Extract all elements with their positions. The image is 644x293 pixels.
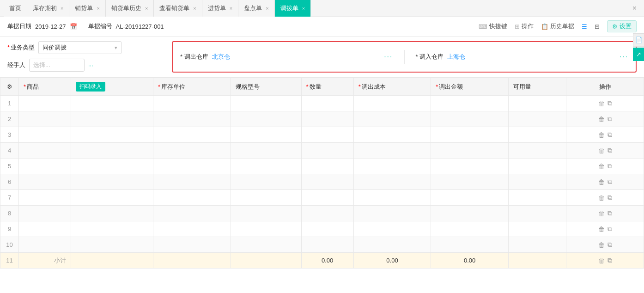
tab-purchase-order-close[interactable]: × (230, 6, 232, 11)
cell-scan-sub (71, 253, 153, 269)
out-warehouse-value[interactable]: 北京仓 (212, 53, 230, 61)
cell-action-2: 🗑 ⧉ (566, 111, 644, 127)
history-button[interactable]: 📋 历史单据 (541, 22, 574, 31)
delete-icon-10[interactable]: 🗑 (598, 241, 605, 249)
subtotal-label: 小计 (19, 253, 71, 269)
in-warehouse-more-icon[interactable]: ··· (620, 53, 628, 61)
cell-cost-4 (353, 143, 431, 159)
doc-date-label: 单据日期 (7, 22, 31, 31)
operations-button[interactable]: ⊞ 操作 (515, 22, 534, 31)
tab-bar: 首页 库存期初 × 销货单 × 销货单历史 × 查看销货单 × 进货单 × 盘点… (0, 0, 644, 17)
row-num-9: 9 (0, 221, 19, 237)
delete-icon-7[interactable]: 🗑 (598, 194, 605, 201)
tab-transfer[interactable]: 调拨单 × (275, 0, 311, 17)
delete-icon-9[interactable]: 🗑 (598, 226, 605, 233)
delete-icon-3[interactable]: 🗑 (598, 131, 605, 139)
delete-icon-4[interactable]: 🗑 (598, 147, 605, 154)
cell-scan-2 (71, 111, 153, 127)
cell-spec-2 (231, 111, 301, 127)
copy-icon-sub[interactable]: ⧉ (608, 256, 612, 264)
delete-icon-1[interactable]: 🗑 (598, 100, 605, 107)
settings-button[interactable]: ⚙ 设置 (607, 20, 637, 32)
tab-view-sales[interactable]: 查看销货单 × (154, 0, 202, 17)
copy-icon-3[interactable]: ⧉ (608, 131, 612, 139)
in-warehouse-label: * 调入仓库 (416, 53, 444, 61)
cell-product-9[interactable] (19, 221, 71, 237)
cell-product-2[interactable] (19, 111, 71, 127)
tab-inventory-check-close[interactable]: × (266, 6, 268, 11)
cell-unit-6 (153, 174, 231, 190)
copy-icon-8[interactable]: ⧉ (608, 209, 612, 217)
col-gear[interactable]: ⚙ (0, 78, 19, 96)
in-warehouse-value[interactable]: 上海仓 (447, 53, 465, 61)
warehouse-section: * 调出仓库 北京仓 ··· * 调入仓库 上海仓 ··· (172, 41, 637, 73)
in-warehouse-field: * 调入仓库 上海仓 ··· (416, 53, 629, 61)
copy-icon-5[interactable]: ⧉ (608, 162, 612, 170)
window-close-button[interactable]: × (629, 4, 640, 12)
delete-icon-6[interactable]: 🗑 (598, 178, 605, 186)
tab-inventory-check[interactable]: 盘点单 × (238, 0, 274, 17)
cell-available-3 (508, 127, 566, 143)
handler-input[interactable]: 选择... (29, 59, 85, 72)
doc-num-field: 单据编号 AL-20191227-001 (88, 22, 164, 31)
layout-toggle-1[interactable]: ☰ (582, 23, 587, 30)
tab-transfer-close[interactable]: × (302, 6, 305, 11)
cell-product-4[interactable] (19, 143, 71, 159)
tab-inventory-init-close[interactable]: × (61, 6, 63, 11)
cell-spec-1 (231, 96, 301, 111)
cell-product-10[interactable] (19, 237, 71, 253)
copy-icon-7[interactable]: ⧉ (608, 194, 612, 201)
scan-button[interactable]: 扫码录入 (76, 82, 105, 92)
tab-sales-order-close[interactable]: × (97, 6, 99, 11)
cell-scan-10 (71, 237, 153, 253)
cell-spec-7 (231, 190, 301, 206)
delete-icon-sub[interactable]: 🗑 (598, 257, 605, 264)
delete-icon-2[interactable]: 🗑 (598, 116, 605, 123)
layout-icon-2: ⊟ (595, 23, 600, 30)
cell-product-3[interactable] (19, 127, 71, 143)
copy-icon-6[interactable]: ⧉ (608, 178, 612, 186)
row-num-5: 5 (0, 159, 19, 174)
cell-spec-5 (231, 159, 301, 174)
copy-icon-2[interactable]: ⧉ (608, 115, 612, 123)
sidebar-doc-btn[interactable]: 📄 (633, 33, 644, 47)
cell-action-6: 🗑 ⧉ (566, 174, 644, 190)
cell-unit-5 (153, 159, 231, 174)
copy-icon-1[interactable]: ⧉ (608, 99, 612, 107)
handler-more-icon[interactable]: ··· (88, 62, 93, 69)
cell-cost-2 (353, 111, 431, 127)
warehouse-divider (404, 50, 405, 64)
delete-icon-5[interactable]: 🗑 (598, 163, 605, 170)
cell-qty-9 (301, 221, 353, 237)
cell-product-7[interactable] (19, 190, 71, 206)
table-container: ⚙ *商品 扫码录入 *库存单位 规格型号 *数量 *调出成本 *调出金额 可用… (0, 77, 644, 293)
sidebar-expand-btn[interactable]: ↗ (633, 48, 644, 61)
cell-product-8[interactable] (19, 206, 71, 221)
tab-view-sales-close[interactable]: × (193, 6, 196, 11)
cell-product-5[interactable] (19, 159, 71, 174)
calendar-icon[interactable]: 📅 (70, 23, 77, 30)
tab-sales-order[interactable]: 销货单 × (69, 0, 105, 17)
cell-product-1[interactable] (19, 96, 71, 111)
copy-icon-10[interactable]: ⧉ (608, 241, 612, 249)
tab-inventory-init[interactable]: 库存期初 × (27, 0, 69, 17)
cell-scan-5 (71, 159, 153, 174)
tab-sales-history[interactable]: 销货单历史 × (106, 0, 154, 17)
biz-type-select[interactable]: 同价调拨 ▾ (38, 41, 122, 54)
chevron-down-icon: ▾ (115, 45, 117, 51)
cell-unit-9 (153, 221, 231, 237)
tab-sales-history-close[interactable]: × (145, 6, 148, 11)
layout-toggle-2[interactable]: ⊟ (595, 23, 600, 30)
tab-home[interactable]: 首页 (4, 0, 27, 17)
out-warehouse-more-icon[interactable]: ··· (384, 53, 393, 61)
tab-purchase-order[interactable]: 进货单 × (202, 0, 238, 17)
delete-icon-8[interactable]: 🗑 (598, 210, 605, 217)
gear-settings-icon: ⚙ (612, 23, 618, 30)
shortcuts-button[interactable]: ⌨ 快捷键 (479, 22, 507, 31)
copy-icon-4[interactable]: ⧉ (608, 146, 612, 154)
copy-icon-9[interactable]: ⧉ (608, 225, 612, 233)
doc-num-value: AL-20191227-001 (116, 23, 164, 30)
cell-product-6[interactable] (19, 174, 71, 190)
biz-type-value: 同价调拨 (43, 43, 67, 52)
cell-qty-1 (301, 96, 353, 111)
